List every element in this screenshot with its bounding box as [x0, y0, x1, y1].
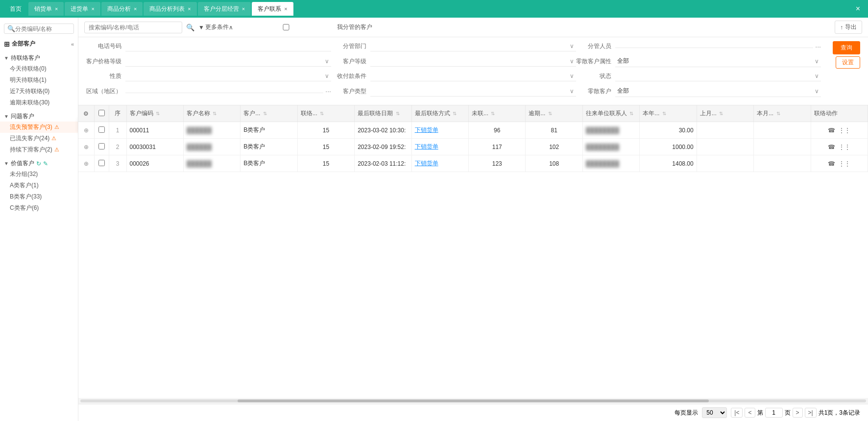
filter-retail-customer-select[interactable]: 全部 ∨ — [615, 85, 821, 97]
filter-region-select[interactable] — [125, 90, 323, 93]
col-code[interactable]: 客户编码 ⇅ — [126, 105, 183, 122]
close-tab-sales[interactable]: × — [55, 6, 58, 12]
col-name[interactable]: 客户名称 ⇅ — [183, 105, 240, 122]
sidebar-item-churned[interactable]: 已流失客户(24) ⚠ — [0, 133, 78, 144]
close-window-btn[interactable]: × — [852, 4, 864, 13]
sidebar-item-tomorrow[interactable]: 明天待联络(1) — [0, 74, 78, 86]
close-tab-customer-contact[interactable]: × — [284, 6, 287, 12]
action-more-2[interactable]: ⋮⋮ — [839, 160, 850, 167]
select-all-checkbox[interactable] — [98, 110, 105, 116]
per-page-select[interactable]: 50 100 — [702, 407, 727, 418]
row-last-month-0 — [697, 122, 753, 139]
tab-sales[interactable]: 销货单 × — [28, 2, 64, 16]
col-checkbox[interactable] — [94, 105, 109, 122]
row-last-method-1[interactable]: 下销货单 — [411, 139, 468, 155]
sidebar-item-class-a[interactable]: A类客户(1) — [0, 180, 78, 191]
row-no-contact-2: 123 — [469, 155, 526, 172]
last-page-btn[interactable]: >| — [805, 408, 817, 418]
settings-button[interactable]: 设置 — [836, 56, 860, 69]
filter-nature-select[interactable]: ∨ — [125, 71, 331, 81]
close-tab-purchase[interactable]: × — [91, 6, 94, 12]
sidebar-item-today[interactable]: 今天待联络(0) — [0, 63, 78, 74]
first-page-btn[interactable]: |< — [731, 408, 743, 418]
my-customers-check[interactable] — [237, 24, 335, 30]
search-button[interactable]: 🔍 — [186, 24, 194, 31]
sidebar-item-class-b[interactable]: B类客户(33) — [0, 191, 78, 202]
sidebar-item-churn-warning[interactable]: 流失预警客户(3) ⚠ 90天未交易的客户，可能有流失风险。 — [0, 122, 78, 133]
all-customers-item[interactable]: ⊞ 全部客户 « — [0, 38, 78, 50]
sidebar-item-overdue[interactable]: 逾期未联络(30) — [0, 97, 78, 108]
filter-retail-attr-select[interactable]: 全部 ∨ — [615, 55, 821, 67]
search-input[interactable] — [84, 22, 182, 33]
tab-purchase[interactable]: 进货单 × — [65, 2, 100, 16]
filter-phone-input[interactable] — [125, 41, 331, 51]
page-input[interactable] — [765, 408, 783, 418]
row-code-1: 00030031 — [126, 139, 183, 155]
col-type[interactable]: 客户... ⇅ — [241, 105, 297, 122]
close-tab-customer-tier[interactable]: × — [242, 6, 245, 12]
sidebar-item-declining[interactable]: 持续下滑客户(2) ⚠ — [0, 144, 78, 155]
col-num: 序 — [109, 105, 126, 122]
tab-product-list[interactable]: 商品分析列表 × — [144, 2, 196, 16]
col-last-month[interactable]: 上月... ⇅ — [697, 105, 753, 122]
tab-home[interactable]: 首页 — [4, 2, 27, 16]
filter-dept-select[interactable]: ∨ — [370, 41, 576, 51]
prev-page-btn[interactable]: < — [745, 408, 755, 418]
refresh-icon[interactable]: ↻ — [36, 160, 41, 167]
row-type-1: B类客户 — [241, 139, 297, 155]
tab-product-analysis[interactable]: 商品分析 × — [101, 2, 143, 16]
chevron-down-retail-attr: ∨ — [815, 58, 819, 65]
col-contact[interactable]: 联络... ⇅ — [297, 105, 354, 122]
col-settings[interactable]: ⚙ — [78, 105, 94, 122]
scrollbar-thumb[interactable] — [238, 399, 709, 402]
col-last-date[interactable]: 最后联络日期 ⇅ — [355, 105, 411, 122]
sidebar-item-7days[interactable]: 近7天待联络(0) — [0, 86, 78, 97]
col-no-contact[interactable]: 未联... ⇅ — [469, 105, 526, 122]
edit-icon[interactable]: ✎ — [43, 160, 48, 167]
col-current-month[interactable]: 本月... ⇅ — [754, 105, 811, 122]
action-contact-2[interactable]: ☎ — [828, 160, 835, 167]
horizontal-scrollbar[interactable] — [78, 398, 868, 404]
sidebar-search-box[interactable]: 🔍 — [4, 24, 74, 34]
row-checkbox-2[interactable] — [94, 155, 109, 172]
filter-payment-select[interactable]: ∨ — [370, 71, 576, 81]
row-overdue-0: 81 — [526, 122, 582, 139]
filter-manager-select[interactable] — [615, 45, 813, 48]
close-tab-product-list[interactable]: × — [188, 6, 191, 12]
filter-price-level-select[interactable]: ∨ — [125, 56, 331, 67]
col-last-method[interactable]: 最后联络方式 ⇅ — [411, 105, 468, 122]
sidebar-item-unclassified[interactable]: 未分组(32) — [0, 169, 78, 180]
query-button[interactable]: 查询 — [833, 41, 860, 54]
action-contact-0[interactable]: ☎ — [828, 127, 835, 134]
row-last-method-2[interactable]: 下销货单 — [411, 155, 468, 172]
row-last-method-0[interactable]: 下销货单 — [411, 122, 468, 139]
filter-more-button[interactable]: ▼ 更多条件 ∧ — [198, 23, 233, 31]
action-more-1[interactable]: ⋮⋮ — [839, 144, 850, 150]
filter-customer-level-select[interactable]: ∨ — [370, 56, 576, 67]
row-checkbox-1[interactable] — [94, 139, 109, 155]
filter-more-region[interactable]: ··· — [325, 87, 331, 95]
sidebar-search-input[interactable] — [15, 25, 71, 32]
col-contact-person[interactable]: 往来单位联系人 ⇅ — [582, 105, 639, 122]
my-customers-checkbox[interactable]: 我分管的客户 — [237, 23, 372, 31]
tab-customer-tier[interactable]: 客户分层经营 × — [198, 2, 251, 16]
tab-customer-contact[interactable]: 客户联系 × — [252, 2, 293, 16]
filter-status: 状态 ∨ — [576, 71, 821, 81]
sidebar-item-class-c[interactable]: C类客户(6) — [0, 202, 78, 214]
sidebar-group-value-header[interactable]: ▼ 价值客户 ↻ ✎ — [0, 157, 78, 169]
row-checkbox-0[interactable] — [94, 122, 109, 139]
next-page-btn[interactable]: > — [793, 408, 803, 418]
col-current-year[interactable]: 本年... ⇅ — [640, 105, 697, 122]
filter-status-select[interactable]: ∨ — [615, 71, 821, 81]
action-contact-1[interactable]: ☎ — [828, 144, 835, 150]
close-tab-product-analysis[interactable]: × — [134, 6, 137, 12]
filter-more-manager[interactable]: ··· — [815, 43, 821, 50]
sidebar-group-pending-header[interactable]: ▼ 待联络客户 — [0, 52, 78, 63]
export-button[interactable]: ↑ 导出 — [835, 21, 862, 34]
row-last-month-2 — [697, 155, 753, 172]
action-more-0[interactable]: ⋮⋮ — [839, 127, 850, 134]
col-overdue[interactable]: 逾期... ⇅ — [526, 105, 582, 122]
filter-customer-type-select[interactable]: ∨ — [370, 86, 576, 97]
filter-manager: 分管人员 ··· — [576, 42, 821, 50]
sidebar-group-problem-header[interactable]: ▼ 问题客户 — [0, 110, 78, 122]
